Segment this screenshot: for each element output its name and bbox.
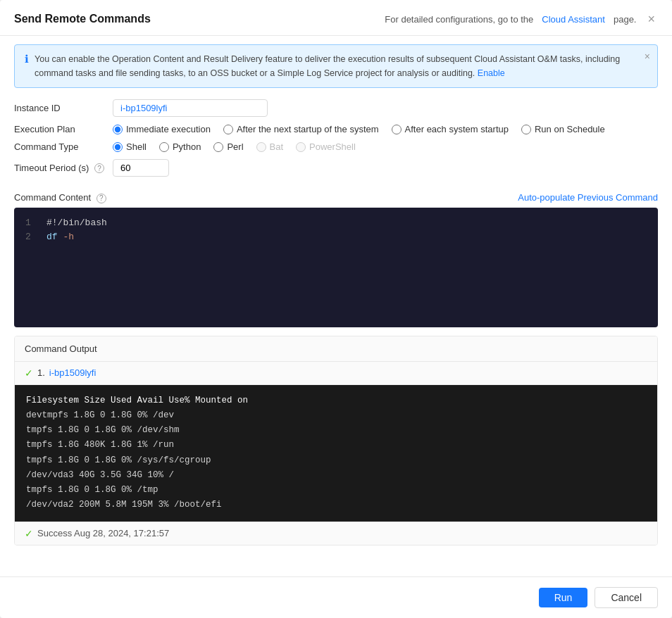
code-text-1: #!/bin/bash bbox=[46, 216, 107, 231]
command-output-header: Command Output bbox=[15, 336, 657, 362]
line-number-1: 1 bbox=[25, 216, 35, 231]
execution-next-startup-radio[interactable] bbox=[223, 125, 233, 134]
banner-text: You can enable the Operation Content and… bbox=[35, 52, 632, 80]
code-line-1: 1 #!/bin/bash bbox=[25, 216, 647, 231]
cloud-assistant-link[interactable]: Cloud Assistant bbox=[542, 14, 605, 25]
output-line-3: tmpfs 1.8G 480K 1.8G 1% /run bbox=[26, 438, 646, 453]
info-icon: ℹ bbox=[25, 53, 29, 65]
command-type-python[interactable]: Python bbox=[159, 141, 201, 152]
modal-title: Send Remote Commands bbox=[14, 13, 151, 25]
command-type-row: Command Type Shell Python Perl Bat bbox=[14, 141, 658, 152]
timeout-input[interactable] bbox=[113, 159, 169, 177]
command-content-title: Command Content ? bbox=[14, 192, 106, 203]
timeout-row: Timeout Period (s) ? bbox=[14, 159, 658, 177]
command-type-bat: Bat bbox=[256, 141, 284, 152]
execution-each-startup[interactable]: After each system startup bbox=[392, 124, 509, 134]
send-remote-commands-modal: Send Remote Commands For detailed config… bbox=[0, 0, 672, 618]
output-line-7: /dev/vda2 200M 5.8M 195M 3% /boot/efi bbox=[26, 498, 646, 512]
command-type-bat-radio bbox=[256, 142, 266, 152]
output-instance-id: i-bp1509lyfi bbox=[49, 367, 97, 378]
success-text: Success Aug 28, 2024, 17:21:57 bbox=[37, 528, 169, 538]
header-link-suffix: page. bbox=[614, 14, 637, 25]
cancel-button[interactable]: Cancel bbox=[595, 587, 658, 608]
command-type-perl-label: Perl bbox=[227, 141, 243, 152]
enable-link[interactable]: Enable bbox=[478, 68, 505, 78]
instance-id-row: Instance ID bbox=[14, 99, 658, 117]
code-text-2: df -h bbox=[46, 230, 74, 245]
command-type-options: Shell Python Perl Bat PowerShell bbox=[113, 141, 658, 152]
execution-immediate-radio[interactable] bbox=[113, 125, 123, 134]
banner-close-icon[interactable]: × bbox=[645, 51, 650, 62]
command-content-section: Command Content ? Auto-populate Previous… bbox=[14, 192, 658, 327]
modal-header: Send Remote Commands For detailed config… bbox=[0, 0, 672, 36]
output-line-6: tmpfs 1.8G 0 1.8G 0% /tmp bbox=[26, 483, 646, 498]
success-row: ✓ Success Aug 28, 2024, 17:21:57 bbox=[15, 522, 657, 545]
execution-next-startup-label: After the next startup of the system bbox=[237, 124, 379, 134]
run-button[interactable]: Run bbox=[539, 588, 588, 607]
modal-footer: Run Cancel bbox=[0, 576, 672, 618]
output-terminal: Filesystem Size Used Avail Use% Mounted … bbox=[15, 385, 657, 522]
command-type-powershell-radio bbox=[296, 142, 306, 152]
success-check-icon: ✓ bbox=[25, 528, 33, 539]
execution-plan-options: Immediate execution After the next start… bbox=[113, 124, 658, 134]
execution-immediate-label: Immediate execution bbox=[126, 124, 211, 134]
instance-id-label: Instance ID bbox=[14, 103, 113, 113]
command-type-shell-radio[interactable] bbox=[113, 142, 123, 152]
command-output-section: Command Output ✓ 1. i-bp1509lyfi Filesys… bbox=[14, 336, 658, 546]
command-type-shell[interactable]: Shell bbox=[113, 141, 147, 152]
execution-plan-label: Execution Plan bbox=[14, 124, 113, 134]
execution-schedule[interactable]: Run on Schedule bbox=[521, 124, 605, 134]
output-instance-row: ✓ 1. i-bp1509lyfi bbox=[15, 362, 657, 385]
command-type-perl-radio[interactable] bbox=[213, 142, 223, 152]
command-type-python-label: Python bbox=[173, 141, 201, 152]
output-line-1: devtmpfs 1.8G 0 1.8G 0% /dev bbox=[26, 408, 646, 423]
output-line-2: tmpfs 1.8G 0 1.8G 0% /dev/shm bbox=[26, 423, 646, 438]
instance-check-icon: ✓ bbox=[25, 367, 33, 379]
execution-schedule-label: Run on Schedule bbox=[535, 124, 605, 134]
timeout-control bbox=[113, 159, 658, 177]
form-section: Instance ID Execution Plan Immediate exe… bbox=[0, 96, 672, 189]
header-note: For detailed configurations, go to the bbox=[385, 14, 533, 25]
instance-id-input[interactable] bbox=[113, 99, 268, 117]
banner-main-text: You can enable the Operation Content and… bbox=[35, 54, 620, 78]
execution-each-startup-radio[interactable] bbox=[392, 125, 402, 134]
modal-header-right: For detailed configurations, go to the C… bbox=[385, 11, 658, 27]
output-line-header: Filesystem Size Used Avail Use% Mounted … bbox=[26, 393, 646, 408]
execution-immediate[interactable]: Immediate execution bbox=[113, 124, 211, 134]
close-button[interactable]: × bbox=[645, 11, 658, 27]
execution-each-startup-label: After each system startup bbox=[405, 124, 509, 134]
timeout-help-icon[interactable]: ? bbox=[94, 163, 104, 173]
execution-schedule-radio[interactable] bbox=[521, 125, 531, 134]
command-type-powershell: PowerShell bbox=[296, 141, 356, 152]
auto-populate-link[interactable]: Auto-populate Previous Command bbox=[518, 192, 658, 203]
code-editor[interactable]: 1 #!/bin/bash 2 df -h bbox=[14, 208, 658, 327]
output-line-4: tmpfs 1.8G 0 1.8G 0% /sys/fs/cgroup bbox=[26, 453, 646, 468]
command-content-help-icon[interactable]: ? bbox=[97, 194, 106, 203]
command-type-python-radio[interactable] bbox=[159, 142, 169, 152]
command-type-powershell-label: PowerShell bbox=[309, 141, 356, 152]
execution-next-startup[interactable]: After the next startup of the system bbox=[223, 124, 379, 134]
output-line-5: /dev/vda3 40G 3.5G 34G 10% / bbox=[26, 468, 646, 483]
command-type-bat-label: Bat bbox=[270, 141, 284, 152]
instance-id-control bbox=[113, 99, 658, 117]
output-instance-num: 1. bbox=[37, 367, 45, 378]
timeout-label: Timeout Period (s) ? bbox=[14, 163, 113, 174]
code-line-2: 2 df -h bbox=[25, 230, 647, 245]
execution-plan-row: Execution Plan Immediate execution After… bbox=[14, 124, 658, 134]
info-banner: ℹ You can enable the Operation Content a… bbox=[14, 44, 658, 88]
command-type-label: Command Type bbox=[14, 141, 113, 152]
command-type-shell-label: Shell bbox=[126, 141, 147, 152]
command-type-perl[interactable]: Perl bbox=[213, 141, 243, 152]
line-number-2: 2 bbox=[25, 230, 35, 245]
command-content-header: Command Content ? Auto-populate Previous… bbox=[14, 192, 658, 203]
